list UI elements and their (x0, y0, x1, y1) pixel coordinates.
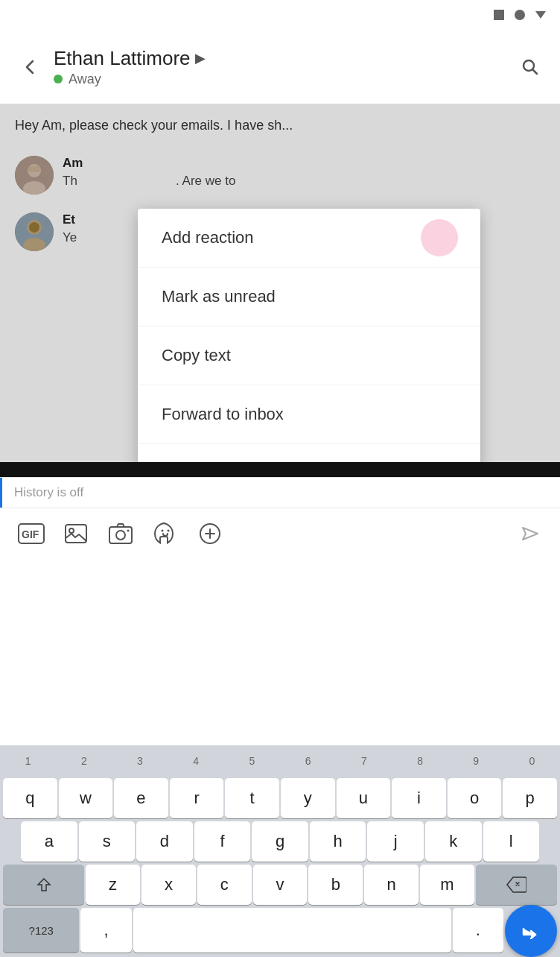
key-m[interactable]: m (420, 865, 474, 905)
key-g[interactable]: g (252, 821, 308, 862)
message-toolbar: GIF (0, 508, 560, 559)
bottom-keyboard-row: ?123 , . (0, 906, 560, 957)
contact-status: Away (54, 72, 512, 87)
key-c[interactable]: c (197, 865, 252, 905)
key-8[interactable]: 8 (392, 745, 448, 777)
period-key[interactable]: . (453, 908, 503, 953)
svg-point-1 (515, 10, 525, 20)
key-y[interactable]: y (281, 778, 335, 818)
key-n[interactable]: n (364, 865, 419, 905)
context-menu: Add reaction Mark as unread Copy text Fo… (138, 209, 480, 462)
key-u[interactable]: u (337, 778, 391, 818)
circle-icon (512, 7, 527, 22)
chat-header: Ethan Lattimore ▶ Away (0, 30, 560, 104)
key-7[interactable]: 7 (336, 745, 392, 777)
key-3[interactable]: 3 (112, 745, 168, 777)
gif-button[interactable]: GIF (9, 513, 54, 555)
key-4[interactable]: 4 (168, 745, 224, 777)
send-button[interactable] (509, 513, 551, 555)
svg-text:GIF: GIF (22, 528, 39, 540)
history-bar: History is off (0, 478, 560, 508)
key-q[interactable]: q (3, 778, 57, 818)
key-l[interactable]: l (483, 821, 540, 862)
back-button[interactable] (12, 49, 48, 85)
key-i[interactable]: i (392, 778, 446, 818)
status-bar (0, 0, 560, 30)
menu-item-show-debug[interactable]: Show debug info (138, 444, 480, 462)
key-0[interactable]: 0 (504, 745, 560, 777)
contact-name[interactable]: Ethan Lattimore ▶ (54, 47, 512, 70)
add-button[interactable] (188, 513, 232, 555)
zxcv-row: z x c v b n m (0, 863, 560, 906)
svg-rect-16 (109, 527, 132, 543)
svg-point-18 (127, 530, 130, 532)
key-a[interactable]: a (21, 821, 77, 862)
key-k[interactable]: k (425, 821, 482, 862)
menu-item-forward-inbox[interactable]: Forward to inbox (138, 385, 480, 444)
input-area: History is off GIF (0, 477, 560, 559)
key-t[interactable]: t (225, 778, 279, 818)
key-e[interactable]: e (114, 778, 168, 818)
menu-item-add-reaction[interactable]: Add reaction (138, 209, 480, 268)
enter-key[interactable] (505, 905, 557, 957)
svg-marker-2 (535, 11, 546, 19)
square-icon (491, 7, 506, 22)
key-f[interactable]: f (194, 821, 251, 862)
menu-item-copy-text[interactable]: Copy text (138, 326, 480, 385)
svg-rect-14 (66, 525, 86, 543)
key-p[interactable]: p (503, 778, 557, 818)
key-z[interactable]: z (86, 865, 140, 905)
key-w[interactable]: w (59, 778, 113, 818)
menu-item-mark-unread[interactable]: Mark as unread (138, 268, 480, 326)
header-center: Ethan Lattimore ▶ Away (48, 47, 512, 87)
key-s[interactable]: s (79, 821, 136, 862)
signal-icon (533, 7, 548, 22)
chat-area: Hey Am, please check your emails. I have… (0, 104, 560, 462)
key-j[interactable]: j (367, 821, 424, 862)
key-x[interactable]: x (141, 865, 196, 905)
key-5[interactable]: 5 (224, 745, 280, 777)
expand-icon: ▶ (195, 50, 206, 66)
key-1[interactable]: 1 (0, 745, 56, 777)
key-b[interactable]: b (308, 865, 363, 905)
svg-rect-0 (494, 10, 504, 20)
keyboard: 1 2 3 4 5 6 7 8 9 0 q w e r t y u i o p … (0, 745, 560, 957)
image-button[interactable] (54, 513, 98, 555)
ripple (421, 219, 458, 256)
key-v[interactable]: v (253, 865, 308, 905)
svg-point-15 (69, 528, 74, 533)
shift-key[interactable] (3, 865, 84, 905)
space-key[interactable] (133, 908, 451, 953)
num-switch-key[interactable]: ?123 (3, 908, 79, 953)
qwerty-row: q w e r t y u i o p (0, 777, 560, 820)
svg-point-20 (168, 530, 170, 532)
key-9[interactable]: 9 (448, 745, 504, 777)
key-2[interactable]: 2 (56, 745, 112, 777)
search-button[interactable] (512, 49, 548, 85)
svg-point-17 (116, 531, 125, 540)
status-indicator (54, 75, 63, 83)
camera-button[interactable] (98, 513, 143, 555)
comma-key[interactable]: , (80, 908, 131, 953)
key-r[interactable]: r (170, 778, 224, 818)
key-d[interactable]: d (136, 821, 193, 862)
divider-bar (0, 462, 560, 477)
key-h[interactable]: h (310, 821, 366, 862)
key-o[interactable]: o (448, 778, 502, 818)
backspace-key[interactable] (476, 865, 557, 905)
svg-point-19 (162, 530, 164, 532)
key-6[interactable]: 6 (280, 745, 336, 777)
asdf-row: a s d f g h j k l (0, 820, 560, 863)
sticker-button[interactable] (143, 513, 188, 555)
number-row: 1 2 3 4 5 6 7 8 9 0 (0, 745, 560, 777)
